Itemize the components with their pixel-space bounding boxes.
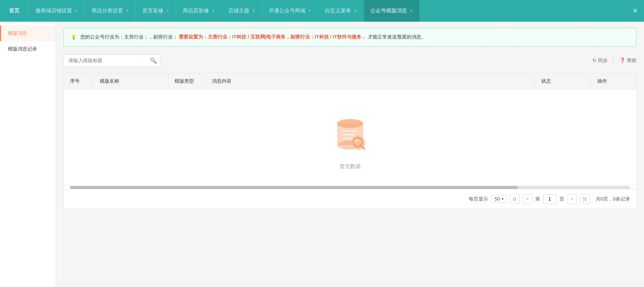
top-nav: 首页 微商城店铺设置 × 商品分类设置 × 首页装修 × 商品页装修 × 店铺主…: [0, 0, 644, 22]
info-box: 💡 您的公众号行业为：主营行业：，副营行业： 需要设置为：主营行业：IT科技 /…: [64, 28, 637, 47]
nav-tab-category-settings-label: 商品分类设置: [92, 7, 123, 14]
page-prefix: 第: [535, 196, 540, 202]
close-product-decor-icon[interactable]: ×: [212, 8, 215, 13]
content-area: 💡 您的公众号行业为：主营行业：，副营行业： 需要设置为：主营行业：IT科技 /…: [56, 22, 644, 287]
close-shop-settings-icon[interactable]: ×: [75, 8, 78, 13]
sidebar-item-template-msg-label: 模版消息: [8, 30, 27, 36]
sync-icon: ↻: [592, 58, 597, 63]
sidebar-item-template-record-label: 模版消息记录: [8, 46, 37, 52]
next-page-button[interactable]: ＞: [567, 194, 577, 204]
nav-tab-open-mall[interactable]: 开通公众号商城 ×: [262, 0, 318, 22]
nav-tab-custom-menu[interactable]: 自定义菜单 ×: [318, 0, 364, 22]
svg-point-3: [337, 119, 363, 128]
close-store-theme-icon[interactable]: ×: [252, 8, 255, 13]
close-all-tabs-icon[interactable]: ✕: [632, 7, 638, 15]
nav-tab-template-msg[interactable]: 公众号模版消息 ×: [364, 0, 420, 22]
nav-tab-home-label: 首页: [9, 7, 19, 14]
th-type: 模版类型: [169, 73, 206, 89]
page-size-value: 50: [494, 196, 500, 202]
th-status-label: 状态: [541, 78, 551, 85]
info-text-after: 才能正常发送预置的消息。: [368, 34, 426, 40]
help-label: 帮助: [627, 57, 637, 64]
search-input-wrap: 🔍: [64, 54, 161, 67]
nav-tab-store-theme-label: 店铺主题: [228, 7, 249, 14]
tip-icon: 💡: [71, 34, 77, 40]
nav-tab-store-theme[interactable]: 店铺主题 ×: [222, 0, 262, 22]
th-name-label: 模版名称: [100, 78, 119, 85]
th-action: 操作: [591, 73, 636, 89]
search-icon[interactable]: 🔍: [150, 57, 157, 64]
help-button[interactable]: ❓ 帮助: [619, 57, 637, 64]
scroll-thumb: [70, 186, 518, 189]
th-content: 消息内容: [206, 73, 535, 89]
nav-tab-home[interactable]: 首页: [0, 0, 29, 22]
close-template-msg-icon[interactable]: ×: [410, 8, 413, 13]
total-info: 共0页，0条记录: [596, 196, 630, 202]
table-wrap: 序号 模版名称 模版类型 消息内容 状态 操作: [64, 73, 637, 209]
search-right: ↻ 同步 | ❓ 帮助: [592, 57, 637, 64]
th-seq: 序号: [64, 73, 94, 89]
close-category-settings-icon[interactable]: ×: [126, 8, 129, 13]
table-header: 序号 模版名称 模版类型 消息内容 状态 操作: [64, 73, 636, 90]
info-text-before: 您的公众号行业为：主营行业：，副营行业：: [80, 34, 178, 40]
sync-button[interactable]: ↻ 同步: [592, 57, 608, 64]
nav-tab-product-decor[interactable]: 商品页装修 ×: [176, 0, 222, 22]
search-left: 🔍: [64, 54, 161, 67]
nav-tab-homepage-decor[interactable]: 首页装修 ×: [136, 0, 176, 22]
nav-tab-product-decor-label: 商品页装修: [183, 7, 209, 14]
info-highlight-text: 需要设置为：主营行业：IT科技 / 互联网|电子商务，副营行业：IT科技 / I…: [179, 34, 366, 40]
first-page-button[interactable]: ⟨⟨: [510, 194, 520, 204]
sidebar: 模版消息 模版消息记录: [0, 22, 56, 287]
close-custom-menu-icon[interactable]: ×: [354, 8, 357, 13]
empty-state: 暂无数据: [64, 90, 636, 185]
empty-illustration: [328, 112, 373, 157]
nav-tab-template-msg-label: 公众号模版消息: [370, 7, 407, 14]
divider: |: [613, 58, 614, 63]
horizontal-scrollbar[interactable]: [64, 185, 636, 189]
main-layout: 模版消息 模版消息记录 💡 您的公众号行业为：主营行业：，副营行业： 需要设置为…: [0, 22, 644, 287]
search-bar: 🔍 ↻ 同步 | ❓ 帮助: [64, 54, 637, 67]
th-seq-label: 序号: [70, 78, 80, 85]
prev-page-button[interactable]: ＜: [523, 194, 532, 204]
sidebar-item-template-msg[interactable]: 模版消息: [0, 25, 56, 41]
th-type-label: 模版类型: [175, 78, 194, 85]
page-unit: 页: [560, 196, 564, 202]
close-homepage-decor-icon[interactable]: ×: [166, 8, 169, 13]
page-size-select[interactable]: 50 ▾: [491, 195, 506, 203]
svg-point-10: [355, 139, 358, 142]
search-input[interactable]: [64, 54, 161, 67]
nav-tab-open-mall-label: 开通公众号商城: [269, 7, 305, 14]
close-open-mall-icon[interactable]: ×: [308, 8, 311, 13]
scroll-track: [70, 186, 630, 189]
th-name: 模版名称: [94, 73, 169, 89]
nav-tab-custom-menu-label: 自定义菜单: [325, 7, 351, 14]
page-size-label: 每页显示: [469, 196, 488, 202]
nav-tab-homepage-decor-label: 首页装修: [142, 7, 163, 14]
nav-tab-category-settings[interactable]: 商品分类设置 ×: [85, 0, 136, 22]
th-status: 状态: [535, 73, 591, 89]
pagination: 每页显示 50 ▾ ⟨⟨ ＜ 第 页 ＞ ⟩⟩ 共0页，0条记录: [64, 189, 636, 208]
sidebar-item-template-record[interactable]: 模版消息记录: [0, 41, 56, 57]
nav-tab-shop-settings[interactable]: 微商城店铺设置 ×: [29, 0, 85, 22]
sync-label: 同步: [598, 57, 608, 64]
page-size-dropdown-icon: ▾: [502, 197, 503, 201]
nav-tab-shop-settings-label: 微商城店铺设置: [36, 7, 72, 14]
th-action-label: 操作: [597, 78, 607, 85]
empty-svg-icon: [328, 112, 373, 157]
empty-text: 暂无数据: [340, 163, 361, 170]
last-page-button[interactable]: ⟩⟩: [580, 194, 590, 204]
page-number-input[interactable]: [543, 194, 557, 204]
help-circle-icon: ❓: [619, 58, 625, 63]
th-content-label: 消息内容: [212, 78, 231, 85]
